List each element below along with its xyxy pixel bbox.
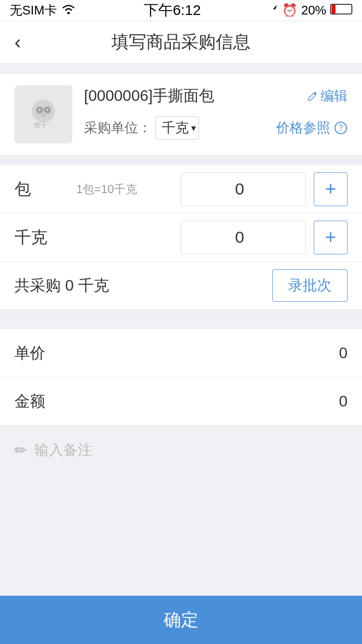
alarm-icon: ⏰: [282, 3, 297, 18]
summary-row: 共采购 0 千克 录批次: [0, 262, 362, 310]
unit-select[interactable]: 千克: [155, 116, 199, 140]
edit-link[interactable]: 编辑: [307, 87, 348, 105]
remark-section[interactable]: ✏ 输入备注: [0, 427, 362, 474]
unit-price-value: 0: [339, 344, 348, 362]
unit-label: 采购单位：: [84, 119, 152, 137]
section-divider-1: [0, 155, 362, 165]
input-row-bag: 包 1包=10千克 +: [0, 165, 362, 213]
product-name-row: [0000006]手撕面包 编辑: [84, 85, 348, 107]
kg-label: 千克: [14, 226, 72, 249]
svg-point-0: [68, 12, 70, 14]
unit-price-row: 单价 0: [0, 329, 362, 378]
svg-text:智十: 智十: [34, 121, 47, 129]
status-time: 下午6:12: [144, 0, 201, 20]
svg-point-7: [46, 109, 48, 111]
status-bar: 无SIM卡 下午6:12 ⏰ 20%: [0, 0, 362, 21]
nav-bar: ‹ 填写商品采购信息: [0, 21, 362, 64]
price-section: 单价 0 金额 0: [0, 329, 362, 426]
batch-button[interactable]: 录批次: [272, 269, 348, 302]
wifi-icon: [61, 3, 76, 18]
confirm-button[interactable]: 确定: [0, 596, 362, 644]
summary-text: 共采购 0 千克: [14, 275, 109, 296]
unit-row: 采购单位： 千克 ▾ 价格参照 ?: [84, 116, 348, 140]
bag-quantity-input[interactable]: [181, 172, 306, 206]
price-ref-link[interactable]: 价格参照 ?: [276, 119, 348, 137]
svg-point-6: [39, 109, 41, 111]
sim-text: 无SIM卡: [10, 2, 57, 19]
unit-select-wrapper[interactable]: 千克 ▾: [155, 116, 199, 140]
kg-input-right: +: [72, 221, 348, 254]
amount-value: 0: [339, 392, 348, 410]
amount-row: 金额 0: [0, 378, 362, 426]
input-section: 包 1包=10千克 + 千克 + 共采购 0 千克 录批次: [0, 165, 362, 310]
bag-plus-button[interactable]: +: [314, 172, 348, 206]
bag-input-right: +: [137, 172, 348, 206]
kg-quantity-input[interactable]: [181, 221, 306, 254]
remark-placeholder: 输入备注: [34, 440, 92, 460]
amount-label: 金额: [14, 391, 45, 412]
battery-percent: 20%: [301, 3, 326, 18]
product-card: 智十 [0000006]手撕面包 编辑 采购单位： 千克: [0, 73, 362, 155]
page-title: 填写商品采购信息: [111, 30, 251, 54]
unit-price-label: 单价: [14, 343, 45, 364]
product-image: 智十: [14, 85, 72, 143]
section-divider-2: [0, 310, 362, 320]
status-right: ⏰ 20%: [268, 3, 352, 18]
input-row-kg: 千克 +: [0, 213, 362, 262]
svg-text:?: ?: [339, 124, 343, 132]
product-info: [0000006]手撕面包 编辑 采购单位： 千克 ▾: [84, 85, 348, 140]
svg-point-1: [32, 99, 55, 123]
battery-icon: [330, 3, 352, 18]
kg-plus-button[interactable]: +: [314, 221, 348, 254]
back-button[interactable]: ‹: [14, 31, 21, 53]
location-icon: [268, 3, 278, 18]
pencil-icon: ✏: [14, 442, 27, 459]
status-left: 无SIM卡: [10, 2, 76, 19]
bag-sublabel: 1包=10千克: [76, 182, 137, 197]
product-name: [0000006]手撕面包: [84, 85, 214, 107]
bag-label: 包: [14, 178, 72, 200]
